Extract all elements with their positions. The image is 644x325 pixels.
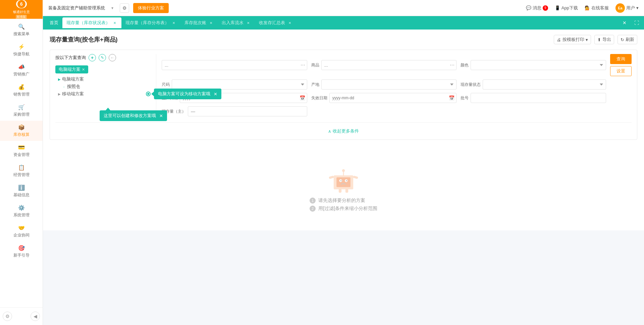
tab-close-icon[interactable]: ✕ bbox=[208, 20, 214, 25]
settings-icon[interactable]: ⚙ bbox=[3, 312, 12, 321]
tab-stock-dist[interactable]: 现存量（库存分布表） ✕ bbox=[121, 17, 180, 28]
search-btns: 查询 设置 bbox=[610, 54, 632, 76]
collapse-sidebar-icon[interactable]: ◀ bbox=[31, 312, 40, 321]
refresh-btn[interactable]: ↻ 刷新 bbox=[618, 35, 637, 44]
sidebar-item-marketing[interactable]: 📣 营销推广 bbox=[0, 60, 43, 80]
color-select[interactable] bbox=[471, 60, 606, 70]
app-icon: 📱 bbox=[555, 5, 560, 10]
scheme-tag-close-icon[interactable]: ✕ bbox=[82, 67, 85, 72]
sidebar-item-basic-info[interactable]: ℹ️ 基础信息 bbox=[0, 181, 43, 201]
stock-main-input[interactable] bbox=[188, 106, 307, 116]
tab-close-icon[interactable]: ✕ bbox=[287, 20, 292, 25]
scheme-tooltip-close-icon[interactable]: ✕ bbox=[214, 92, 217, 97]
collapse-btn[interactable]: ∧ 收起更多条件 bbox=[55, 125, 632, 136]
filter-label: 按以下方案查询 bbox=[55, 55, 86, 61]
reset-btn[interactable]: 设置 bbox=[610, 66, 632, 76]
tab-close-all-icon[interactable]: ✕ bbox=[620, 18, 629, 28]
sidebar: 6 畅通好生意 标准版 🔍 搜索菜单 ⚡ 快捷导航 📣 营销推广 💰 销售管理 … bbox=[0, 0, 43, 325]
tip-num-2: 2 bbox=[310, 206, 316, 212]
svg-rect-11 bbox=[345, 189, 348, 193]
sidebar-item-finance[interactable]: 💳 资金管理 bbox=[0, 141, 43, 161]
tab-fullscreen-icon[interactable]: ⛶ bbox=[632, 18, 641, 28]
sidebar-item-label: 基础信息 bbox=[13, 192, 30, 198]
warehouse-more-icon: ⋯ bbox=[301, 62, 305, 68]
filter-exp-date: 失效日期 📅 bbox=[311, 93, 457, 103]
solution-btn[interactable]: 体验行业方案 bbox=[133, 3, 169, 13]
scheme-mobile-arrow: ▶ bbox=[58, 92, 61, 96]
empty-tips: 1 请先选择要分析的方案 2 用[过滤]条件来缩小分析范围 bbox=[310, 198, 377, 212]
brand-icon: 6 bbox=[16, 0, 27, 8]
tab-close-icon[interactable]: ✕ bbox=[171, 20, 176, 25]
tabbar-right: ✕ ⛶ bbox=[620, 18, 641, 28]
finance-icon: 💳 bbox=[18, 144, 25, 151]
tab-close-icon[interactable]: ✕ bbox=[246, 20, 251, 25]
support-btn[interactable]: 💁 在线客服 bbox=[585, 5, 609, 11]
inventory-icon: 📦 bbox=[18, 124, 25, 130]
filter-row-3: 生产日期 📅 失效日期 bbox=[162, 93, 632, 103]
sidebar-item-purchase[interactable]: 🛒 采购管理 bbox=[0, 101, 43, 121]
sidebar-item-system[interactable]: ⚙️ 系统管理 bbox=[0, 201, 43, 221]
sidebar-item-management[interactable]: 📋 经营管理 bbox=[0, 161, 43, 181]
user-menu-btn[interactable]: Ea 用户 ▾ bbox=[615, 3, 639, 13]
scheme-mobile[interactable]: ▶ 移动端方案 bbox=[55, 90, 156, 98]
svg-point-6 bbox=[340, 180, 341, 181]
tab-summary[interactable]: 收发存汇总表 ✕ bbox=[255, 17, 297, 28]
search-btn[interactable]: 查询 bbox=[610, 54, 632, 64]
exp-date-input[interactable] bbox=[329, 93, 457, 103]
export-btn[interactable]: ⬆ 导出 bbox=[594, 35, 614, 44]
filter-add-btn[interactable]: + bbox=[89, 54, 96, 61]
tab-stock-dist-label: 现存量（库存分布表） bbox=[125, 20, 169, 26]
filter-row-2: 尺码 产地 bbox=[162, 79, 632, 90]
message-label: 消息 bbox=[533, 5, 541, 11]
scheme-desktop-arrow: ▶ bbox=[58, 77, 61, 81]
scheme-tag[interactable]: 电脑端方案 ✕ bbox=[55, 65, 88, 73]
topbar-settings-icon[interactable]: ⚙ bbox=[120, 3, 129, 13]
tab-batch[interactable]: 库存批次账 ✕ bbox=[180, 17, 218, 28]
tab-close-icon[interactable]: ✕ bbox=[112, 20, 117, 25]
management-icon: 📋 bbox=[18, 164, 25, 171]
svg-rect-10 bbox=[339, 189, 341, 193]
mfg-date-calendar-icon[interactable]: 📅 bbox=[300, 95, 305, 101]
message-btn[interactable]: 💬 消息 9 bbox=[526, 5, 548, 11]
stock-status-select[interactable] bbox=[483, 79, 606, 90]
sidebar-item-search[interactable]: 🔍 搜索菜单 bbox=[0, 20, 43, 40]
tab-home-label: 首页 bbox=[50, 20, 58, 26]
template-print-label: 按模板打印 bbox=[562, 37, 584, 43]
tab-stock-status[interactable]: 现存量（库存状况表） ✕ bbox=[62, 17, 121, 28]
origin-select[interactable] bbox=[321, 79, 457, 90]
product-input[interactable] bbox=[321, 60, 457, 70]
scheme-tag-label: 电脑端方案 bbox=[59, 66, 80, 72]
tip-num-1: 1 bbox=[310, 198, 316, 204]
sidebar-item-quicknav[interactable]: ⚡ 快捷导航 bbox=[0, 40, 43, 60]
sidebar-bottom: ⚙ ◀ bbox=[0, 307, 43, 325]
tab-inout[interactable]: 出入库流水 ✕ bbox=[218, 17, 255, 28]
export-label: 导出 bbox=[602, 37, 611, 43]
filter-section: 按以下方案查询 + ✎ ← 电脑端方案 ✕ bbox=[50, 50, 637, 140]
scheme-desktop[interactable]: ▶ 电脑端方案 bbox=[55, 75, 156, 83]
filter-row-4: 现存量（主） bbox=[162, 106, 632, 116]
filter-arrow-btn[interactable]: ← bbox=[109, 54, 116, 61]
sidebar-item-label: 快捷导航 bbox=[13, 51, 30, 57]
scheme-tooltip-text: 电脑方案可设为移动方案哦 bbox=[158, 91, 210, 97]
app-download-btn[interactable]: 📱 App下载 bbox=[555, 5, 578, 11]
size-select[interactable] bbox=[172, 79, 307, 90]
sidebar-item-collaboration[interactable]: 🤝 企业协同 bbox=[0, 221, 43, 241]
exp-date-calendar-icon[interactable]: 📅 bbox=[449, 95, 454, 101]
template-print-btn[interactable]: 🖨 按模板打印 ▾ bbox=[554, 35, 591, 44]
sidebar-item-sales[interactable]: 💰 销售管理 bbox=[0, 80, 43, 101]
sidebar-item-guide[interactable]: 🎯 新手引导 bbox=[0, 241, 43, 262]
tab-stock-status-label: 现存量（库存状况表） bbox=[66, 20, 110, 26]
export-icon: ⬆ bbox=[597, 37, 601, 42]
warehouse-input[interactable] bbox=[162, 60, 307, 70]
batch-input[interactable] bbox=[471, 93, 606, 103]
user-dropdown-icon: ▾ bbox=[636, 5, 639, 10]
sidebar-item-inventory[interactable]: 📦 库存核算 bbox=[0, 121, 43, 141]
filter-edit-btn[interactable]: ✎ bbox=[99, 54, 106, 61]
system-dropdown-icon[interactable]: ▾ bbox=[109, 5, 116, 11]
svg-point-7 bbox=[346, 180, 347, 181]
tab-home[interactable]: 首页 bbox=[46, 17, 62, 28]
refresh-label: 刷新 bbox=[626, 37, 634, 43]
scheme-desktop-sub[interactable]: - 按照仓 bbox=[55, 83, 156, 90]
edit-tooltip-text: 这里可以创建和修改方案哦 bbox=[104, 113, 156, 119]
edit-tooltip-close-icon[interactable]: ✕ bbox=[159, 113, 163, 118]
